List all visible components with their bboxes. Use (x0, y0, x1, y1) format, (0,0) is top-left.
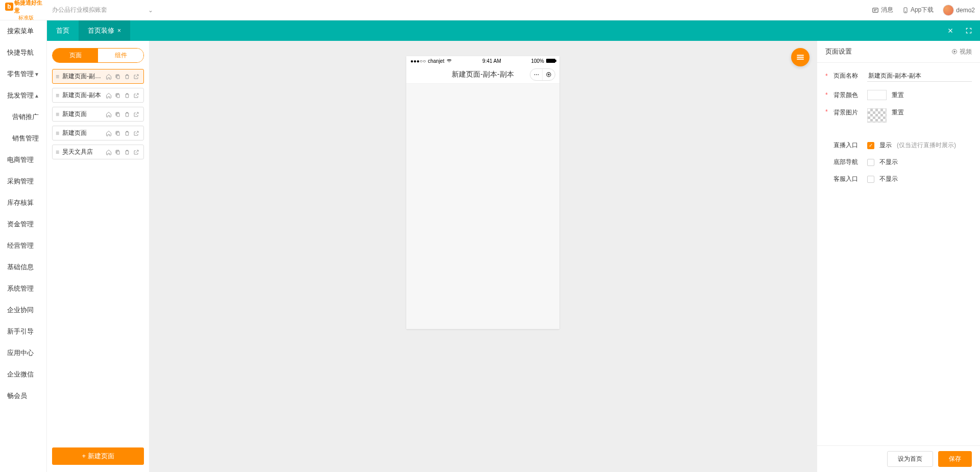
drag-handle-icon[interactable]: ≡ (56, 111, 59, 118)
svg-point-5 (537, 74, 538, 75)
capsule-more-button[interactable] (530, 69, 543, 80)
not-show-label-2: 不显示 (879, 175, 898, 183)
set-home-button[interactable]: 设为首页 (887, 451, 933, 467)
not-show-label: 不显示 (879, 158, 898, 167)
bg-color-label: 背景颜色 (834, 91, 862, 100)
sidebar-sub-item[interactable]: 营销推广 (0, 106, 46, 128)
drag-handle-icon[interactable]: ≡ (56, 92, 59, 99)
delete-icon[interactable] (124, 92, 131, 99)
carrier-label: chanjet (428, 58, 444, 64)
sidebar-item[interactable]: 批发管理▲ (0, 85, 46, 106)
external-link-icon[interactable] (133, 74, 140, 80)
delete-icon[interactable] (124, 130, 131, 136)
tab[interactable]: 首页 (47, 20, 79, 41)
sidebar-item[interactable]: 采购管理 (0, 171, 46, 192)
svg-rect-0 (873, 8, 878, 12)
sidebar-item[interactable]: 搜索菜单 (0, 20, 46, 42)
sidebar-item[interactable]: 企业微信 (0, 364, 46, 385)
avatar (943, 5, 954, 16)
sidebar-item[interactable]: 应用中心 (0, 342, 46, 364)
fullscreen-button[interactable] (962, 23, 976, 38)
copy-icon[interactable] (115, 149, 122, 155)
show-label: 显示 (879, 141, 892, 150)
video-help-link[interactable]: 视频 (951, 48, 972, 56)
page-item[interactable]: ≡新建页面-副本... (52, 69, 144, 84)
phone-page-title: 新建页面-副本-副本 (452, 70, 513, 79)
messages-label: 消息 (881, 6, 893, 14)
page-item[interactable]: ≡新建页面 (52, 107, 144, 122)
external-link-icon[interactable] (133, 92, 140, 99)
sidebar-item-label: 基础信息 (7, 263, 34, 272)
delete-icon[interactable] (124, 149, 131, 155)
external-link-icon[interactable] (133, 111, 140, 117)
sidebar-item[interactable]: 基础信息 (0, 256, 46, 278)
home-icon[interactable] (106, 130, 113, 136)
chevron-down-icon: ▼ (34, 72, 39, 77)
sidebar-item[interactable]: 企业协同 (0, 299, 46, 321)
app-download-link[interactable]: App下载 (902, 6, 934, 14)
tab[interactable]: 首页装修× (79, 20, 130, 41)
close-all-tabs-button[interactable] (943, 23, 958, 38)
sidebar: 搜索菜单快捷导航零售管理▼批发管理▲营销推广销售管理电商管理采购管理库存核算资金… (0, 20, 47, 472)
live-entry-label: 直播入口 (834, 141, 862, 150)
sidebar-item[interactable]: 系统管理 (0, 278, 46, 299)
top-header: b 畅捷通好生意 标准版 办公品行业模拟账套 ⌄ 消息 App下载 demo2 (0, 0, 980, 20)
sidebar-item[interactable]: 零售管理▼ (0, 63, 46, 85)
float-menu-button[interactable] (791, 48, 810, 66)
sidebar-item-label: 资金管理 (7, 220, 34, 229)
drag-handle-icon[interactable]: ≡ (56, 149, 59, 156)
copy-icon[interactable] (115, 130, 122, 136)
live-entry-checkbox[interactable]: ✓ (867, 142, 874, 149)
external-link-icon[interactable] (133, 130, 140, 136)
sidebar-item[interactable]: 库存核算 (0, 192, 46, 214)
capsule-close-button[interactable] (543, 69, 555, 80)
home-icon[interactable] (106, 92, 113, 99)
page-item-name: 新建页面-副本... (62, 72, 103, 81)
delete-icon[interactable] (124, 111, 131, 117)
page-name-input[interactable] (867, 70, 972, 82)
home-icon[interactable] (106, 111, 113, 117)
company-selector[interactable]: 办公品行业模拟账套 ⌄ (52, 6, 153, 14)
video-link-label: 视频 (960, 48, 972, 56)
user-menu[interactable]: demo2 (943, 5, 975, 16)
username: demo2 (956, 7, 975, 14)
external-link-icon[interactable] (133, 149, 140, 155)
required-marker: * (825, 108, 828, 115)
delete-icon[interactable] (124, 74, 131, 80)
bg-image-swatch[interactable] (867, 108, 887, 123)
bottom-nav-checkbox[interactable] (867, 159, 874, 166)
close-icon[interactable]: × (117, 27, 121, 34)
service-entry-checkbox[interactable] (867, 176, 874, 183)
sidebar-item[interactable]: 快捷导航 (0, 42, 46, 63)
home-icon[interactable] (106, 149, 113, 155)
home-icon[interactable] (106, 74, 113, 80)
drag-handle-icon[interactable]: ≡ (56, 130, 59, 137)
copy-icon[interactable] (115, 111, 122, 117)
tab-label: 首页装修 (88, 26, 114, 35)
bg-color-swatch[interactable] (867, 90, 887, 100)
bg-image-reset[interactable]: 重置 (892, 108, 904, 117)
app-download-label: App下载 (911, 6, 934, 14)
sidebar-item[interactable]: 经营管理 (0, 235, 46, 256)
new-page-button[interactable]: + 新建页面 (52, 447, 144, 465)
phone-body[interactable] (406, 84, 559, 329)
save-button[interactable]: 保存 (938, 451, 972, 467)
sidebar-item[interactable]: 资金管理 (0, 214, 46, 235)
sidebar-item[interactable]: 畅会员 (0, 385, 46, 407)
messages-link[interactable]: 消息 (872, 6, 893, 14)
sidebar-sub-item[interactable]: 销售管理 (0, 128, 46, 149)
seg-tab-component[interactable]: 组件 (98, 49, 143, 62)
page-item[interactable]: ≡新建页面 (52, 126, 144, 140)
service-entry-label: 客服入口 (834, 175, 862, 183)
copy-icon[interactable] (115, 74, 122, 80)
sidebar-item[interactable]: 电商管理 (0, 149, 46, 171)
copy-icon[interactable] (115, 92, 122, 99)
sidebar-item[interactable]: 新手引导 (0, 321, 46, 342)
bg-color-reset[interactable]: 重置 (892, 91, 904, 100)
drag-handle-icon[interactable]: ≡ (56, 73, 59, 80)
svg-point-7 (548, 74, 549, 75)
page-item[interactable]: ≡昊天文具店 (52, 145, 144, 159)
tab-bar: 首页首页装修× (47, 20, 980, 41)
page-item[interactable]: ≡新建页面-副本 (52, 88, 144, 103)
seg-tab-page[interactable]: 页面 (53, 49, 98, 62)
